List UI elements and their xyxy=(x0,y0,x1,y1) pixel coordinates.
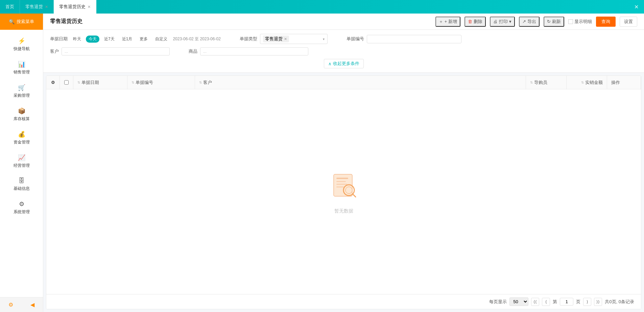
th-customer[interactable]: ⇅ 客户 xyxy=(195,76,526,89)
customer-label: 客户 xyxy=(50,48,59,54)
sidebar-item-operations[interactable]: 📈 经营管理 xyxy=(3,150,40,173)
collapse-icon: ∧ xyxy=(328,61,332,66)
sidebar-item-inventory-label: 库存核算 xyxy=(14,116,30,122)
sidebar-search[interactable]: 🔍 搜索菜单 xyxy=(0,14,43,30)
table-select-all-column[interactable] xyxy=(60,76,73,89)
tab-retail-return-close[interactable]: ✕ xyxy=(45,5,48,9)
window-close-button[interactable]: ✕ xyxy=(634,4,644,10)
settings-bottom-icon[interactable]: ⚙ xyxy=(8,302,13,308)
last-page-button[interactable]: ⟩⟩ xyxy=(594,298,602,306)
print-label: 打印 xyxy=(499,19,508,25)
empty-text: 暂无数据 xyxy=(334,208,353,214)
table-settings-column[interactable]: ⚙ xyxy=(46,76,60,89)
collapse-filter-button[interactable]: ∧ 收起更多条件 xyxy=(324,59,364,68)
per-page-label: 每页显示 xyxy=(489,299,507,305)
voucher-no-label: 单据编号 xyxy=(347,36,364,42)
table-body: 暂无数据 xyxy=(46,89,641,294)
sales-icon: 📊 xyxy=(18,61,25,68)
th-guide[interactable]: ⇅ 导购员 xyxy=(526,76,567,89)
th-date[interactable]: ⇅ 单据日期 xyxy=(73,76,127,89)
sidebar: 🔍 搜索菜单 ⚡ 快捷导航 📊 销售管理 🛒 采购管理 📦 库存核算 💰 xyxy=(0,14,43,312)
tab-retail-return-history[interactable]: 零售退货历史 ✕ xyxy=(54,0,96,14)
tab-retail-return-label: 零售退货 xyxy=(25,4,43,10)
export-icon: ↗ xyxy=(522,19,526,24)
table-settings-icon[interactable]: ⚙ xyxy=(51,80,55,85)
empty-illustration xyxy=(327,169,361,204)
prev-page-button[interactable]: ⟨ xyxy=(542,298,550,306)
sidebar-item-finance[interactable]: 💰 资金管理 xyxy=(3,127,40,149)
basic-info-icon: 🗄 xyxy=(19,177,25,184)
date-btn-more[interactable]: 更多 xyxy=(137,36,150,43)
th-amount[interactable]: ⇅ 实销金额 xyxy=(567,76,607,89)
th-customer-sort-icon: ⇅ xyxy=(199,81,202,84)
sidebar-item-quick-nav-label: 快捷导航 xyxy=(14,46,30,52)
sidebar-item-system[interactable]: ⚙ 系统管理 xyxy=(3,196,40,219)
sidebar-item-purchase-label: 采购管理 xyxy=(14,93,30,98)
sidebar-item-inventory[interactable]: 📦 库存核算 xyxy=(3,103,40,126)
voucher-type-tag: 零售退货 ✕ xyxy=(263,36,289,42)
voucher-type-tag-close[interactable]: ✕ xyxy=(284,37,287,41)
sidebar-item-basic-info[interactable]: 🗄 基础信息 xyxy=(3,173,40,196)
tab-home-label: 首页 xyxy=(5,4,14,10)
export-button[interactable]: ↗ 导出 xyxy=(519,17,540,27)
sidebar-item-quick-nav[interactable]: ⚡ 快捷导航 xyxy=(3,33,40,56)
print-dropdown-icon: ▾ xyxy=(509,19,511,24)
date-btn-yesterday[interactable]: 昨天 xyxy=(70,36,84,43)
date-btn-today[interactable]: 今天 xyxy=(86,36,99,43)
page-number-input[interactable] xyxy=(560,298,573,306)
refresh-button[interactable]: ↻ 刷新 xyxy=(544,17,564,27)
date-btn-1month[interactable]: 近1月 xyxy=(119,36,135,43)
filter-row-1: 单据日期 昨天 今天 近7天 近1月 更多 自定义 2023-06-02 至 2… xyxy=(50,34,637,44)
tab-retail-return-history-close[interactable]: ✕ xyxy=(88,5,91,9)
th-voucher-no-label: 单据编号 xyxy=(136,80,153,86)
sidebar-item-operations-label: 经营管理 xyxy=(14,163,30,169)
content-area: 零售退货历史 ＋ + 新增 🗑 删除 🖨 打印 ▾ ↗ 导出 xyxy=(43,14,644,312)
date-btn-7days[interactable]: 近7天 xyxy=(101,36,117,43)
th-voucher-no-sort-icon: ⇅ xyxy=(132,81,134,84)
page-title: 零售退货历史 xyxy=(50,18,82,25)
table-header: ⚙ ⇅ 单据日期 ⇅ 单据编号 ⇅ 客户 ⇅ xyxy=(46,76,641,89)
voucher-type-chevron-icon: ▾ xyxy=(323,37,325,41)
th-voucher-no[interactable]: ⇅ 单据编号 xyxy=(127,76,195,89)
add-icon: ＋ xyxy=(439,19,443,25)
query-button[interactable]: 查询 xyxy=(596,17,616,27)
th-guide-label: 导购员 xyxy=(534,80,547,86)
table-area: ⚙ ⇅ 单据日期 ⇅ 单据编号 ⇅ 客户 ⇅ xyxy=(46,75,641,309)
sidebar-item-purchase[interactable]: 🛒 采购管理 xyxy=(3,80,40,103)
delete-label: 删除 xyxy=(474,19,482,25)
tab-home[interactable]: 首页 xyxy=(0,0,20,14)
delete-icon: 🗑 xyxy=(468,19,472,24)
svg-rect-4 xyxy=(336,186,344,187)
print-button[interactable]: 🖨 打印 ▾ xyxy=(490,17,515,27)
pagination: 每页显示 50 100 200 ⟨⟨ ⟨ 第 页 ⟩ ⟩⟩ 共0页, 0条记录 xyxy=(46,294,641,309)
purchase-icon: 🛒 xyxy=(18,84,25,91)
voucher-no-filter: 单据编号 xyxy=(347,35,461,43)
first-page-button[interactable]: ⟨⟨ xyxy=(531,298,539,306)
settings-button[interactable]: 设置 xyxy=(620,17,637,27)
next-page-button[interactable]: ⟩ xyxy=(583,298,591,306)
per-page-select[interactable]: 50 100 200 xyxy=(509,297,528,306)
tab-retail-return[interactable]: 零售退货 ✕ xyxy=(20,0,54,14)
sidebar-item-sales[interactable]: 📊 销售管理 xyxy=(3,57,40,79)
select-all-checkbox[interactable] xyxy=(64,80,69,85)
show-detail-toggle[interactable]: 显示明细 xyxy=(568,19,592,25)
th-amount-sort-icon: ⇅ xyxy=(581,81,584,84)
export-label: 导出 xyxy=(527,19,536,25)
show-detail-checkbox[interactable] xyxy=(568,19,573,24)
collapse-sidebar-icon[interactable]: ◀ xyxy=(30,302,34,308)
sidebar-item-basic-info-label: 基础信息 xyxy=(14,186,30,192)
delete-button[interactable]: 🗑 删除 xyxy=(464,17,486,27)
goods-select[interactable]: ... xyxy=(200,47,308,55)
page-prefix-label: 第 xyxy=(553,299,557,305)
date-btn-custom[interactable]: 自定义 xyxy=(152,36,170,43)
voucher-no-input[interactable] xyxy=(367,35,461,43)
empty-svg xyxy=(327,169,361,203)
settings-label: 设置 xyxy=(624,19,633,24)
add-button[interactable]: ＋ + 新增 xyxy=(435,17,460,27)
voucher-type-select[interactable]: 零售退货 ✕ ▾ xyxy=(260,34,328,44)
sidebar-item-sales-label: 销售管理 xyxy=(14,69,30,75)
th-actions-label: 操作 xyxy=(611,80,620,86)
svg-rect-1 xyxy=(336,178,348,179)
th-date-label: 单据日期 xyxy=(81,80,99,86)
customer-select[interactable]: ... xyxy=(62,47,170,55)
